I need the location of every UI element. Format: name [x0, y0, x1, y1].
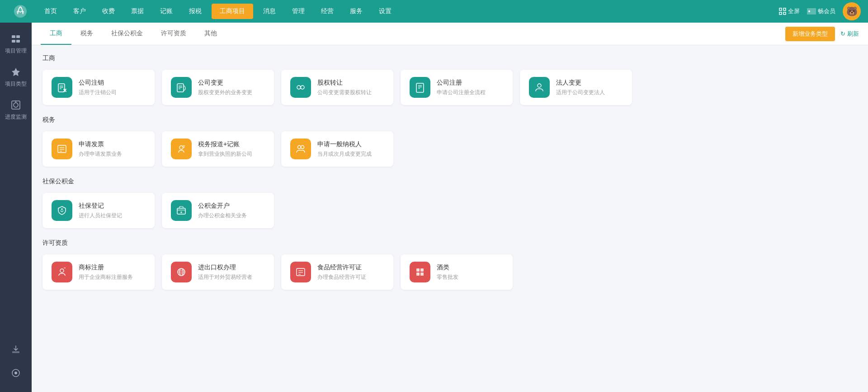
content-area: 工商 税务 社保公积金 许可资质 其他 新增业务类型 ↻ 刷新 工商: [32, 23, 868, 392]
svg-point-48: [180, 211, 182, 213]
card-title-import-export: 进出口权办理: [198, 263, 252, 272]
card-text-provident-fund-open: 公积金开户 办理公积金相关业务: [198, 202, 247, 220]
nav-tax[interactable]: 报税: [181, 0, 210, 23]
card-title-apply-general-taxpayer: 申请一般纳税人: [317, 140, 372, 148]
card-tax-report-accounting[interactable]: 税务报道+记账 拿到营业执照的新公司: [162, 131, 274, 167]
card-title-equity-transfer: 股权转让: [317, 79, 372, 87]
sidebar-item-download[interactable]: [6, 338, 26, 361]
refresh-button[interactable]: ↻ 刷新: [840, 30, 859, 38]
card-desc-apply-invoice: 办理申请发票业务: [79, 150, 122, 158]
card-food-license[interactable]: 食品经营许可证 办理食品经营许可证: [281, 254, 393, 290]
card-company-register[interactable]: 公司注册 申请公司注册全流程: [401, 70, 513, 105]
scroll-content[interactable]: 工商 公司注销 适用于注销公司 公司变更: [32, 45, 868, 392]
download-icon: [9, 343, 22, 356]
nav-right: 全屏 畅会员 🐻: [779, 2, 868, 20]
card-desc-legal-person-change: 适用于公司变更法人: [556, 89, 605, 96]
card-trademark-register[interactable]: 商标注册 用于企业商标注册服务: [42, 254, 155, 290]
svg-point-5: [808, 10, 810, 12]
svg-rect-61: [420, 268, 424, 272]
tab-bar: 工商 税务 社保公积金 许可资质 其他 新增业务类型 ↻ 刷新: [32, 23, 868, 45]
card-social-security-register[interactable]: 社保登记 进行人员社保登记: [42, 193, 155, 228]
nav-home[interactable]: 首页: [36, 0, 65, 23]
card-text-import-export: 进出口权办理 适用于对外贸易经营者: [198, 263, 252, 281]
tab-gongshang[interactable]: 工商: [41, 23, 71, 45]
svg-rect-46: [177, 208, 185, 214]
tab-other[interactable]: 其他: [195, 23, 226, 45]
sidebar-label-progress-monitor: 进度监测: [5, 113, 27, 121]
card-icon-company-register: [410, 77, 430, 98]
card-provident-fund-open[interactable]: 公积金开户 办理公积金相关业务: [162, 193, 274, 228]
card-icon-food-license: [290, 262, 311, 282]
member-button[interactable]: 畅会员: [807, 7, 835, 15]
section-title-gongshang: 工商: [42, 54, 857, 62]
sidebar: 项目管理 项目类型 进度监测: [0, 23, 32, 392]
sidebar-item-location[interactable]: [6, 361, 26, 385]
card-text-food-license: 食品经营许可证 办理食品经营许可证: [317, 263, 366, 281]
member-icon: [807, 8, 816, 14]
card-text-apply-general-taxpayer: 申请一般纳税人 当月或次月成变更完成: [317, 140, 372, 158]
card-icon-legal-person-change: [529, 77, 550, 98]
sidebar-label-project-type: 项目类型: [5, 80, 27, 88]
card-desc-import-export: 适用于对外贸易经营者: [198, 273, 252, 281]
svg-point-16: [14, 372, 17, 374]
nav-customer[interactable]: 客户: [65, 0, 94, 23]
sidebar-label-project-management: 项目管理: [5, 47, 27, 55]
main-layout: 项目管理 项目类型 进度监测: [0, 23, 868, 392]
refresh-label: 刷新: [847, 30, 859, 38]
nav-accounting[interactable]: 记账: [152, 0, 181, 23]
tab-shuiwu[interactable]: 税务: [71, 23, 102, 45]
svg-rect-6: [12, 35, 15, 38]
nav-service[interactable]: 服务: [342, 0, 371, 23]
svg-point-49: [60, 269, 64, 272]
project-management-icon: [9, 33, 22, 45]
card-apply-invoice[interactable]: 申请发票 办理申请发票业务: [42, 131, 155, 167]
sidebar-item-project-management[interactable]: 项目管理: [0, 27, 32, 60]
svg-point-28: [301, 86, 304, 89]
svg-rect-36: [58, 145, 66, 153]
sidebar-item-project-type[interactable]: 项目类型: [0, 60, 32, 93]
card-legal-person-change[interactable]: 法人变更 适用于公司变更法人: [520, 70, 632, 105]
sidebar-item-progress-monitor[interactable]: 进度监测: [0, 93, 32, 126]
card-equity-transfer[interactable]: 股权转让 公司变更需要股权转让: [281, 70, 393, 105]
tab-shebao[interactable]: 社保公积金: [102, 23, 152, 45]
nav-message[interactable]: 消息: [255, 0, 284, 23]
card-text-equity-transfer: 股权转让 公司变更需要股权转让: [317, 79, 372, 96]
card-company-cancel[interactable]: 公司注销 适用于注销公司: [42, 70, 155, 105]
svg-rect-8: [12, 40, 15, 43]
mascot-avatar[interactable]: 🐻: [843, 2, 861, 20]
card-company-change[interactable]: 公司变更 股权变更外的业务变更: [162, 70, 274, 105]
card-text-company-change: 公司变更 股权变更外的业务变更: [198, 79, 252, 96]
svg-point-27: [297, 86, 301, 89]
svg-rect-14: [12, 351, 19, 353]
section-title-shebao: 社保公积金: [42, 177, 857, 186]
card-icon-trademark-register: [52, 262, 72, 282]
tab-xuke[interactable]: 许可资质: [152, 23, 195, 45]
card-import-export[interactable]: 进出口权办理 适用于对外贸易经营者: [162, 254, 274, 290]
card-title-trademark-register: 商标注册: [79, 263, 133, 272]
card-apply-general-taxpayer[interactable]: 申请一般纳税人 当月或次月成变更完成: [281, 131, 393, 167]
svg-point-35: [538, 84, 541, 87]
add-business-type-button[interactable]: 新增业务类型: [785, 27, 835, 41]
card-title-social-security-register: 社保登记: [79, 202, 122, 210]
nav-bizproject[interactable]: 工商项目: [212, 4, 253, 19]
card-desc-provident-fund-open: 办理公积金相关业务: [198, 212, 247, 220]
logo-area: [5, 3, 36, 19]
sidebar-bottom: [6, 338, 26, 392]
svg-rect-7: [16, 35, 20, 38]
card-text-apply-invoice: 申请发票 办理申请发票业务: [79, 140, 122, 158]
nav-manage[interactable]: 管理: [284, 0, 313, 23]
svg-point-43: [298, 146, 301, 149]
nav-fee[interactable]: 收费: [94, 0, 123, 23]
card-desc-company-register: 申请公司注册全流程: [437, 89, 486, 96]
fullscreen-button[interactable]: 全屏: [779, 7, 800, 15]
svg-rect-0: [779, 8, 782, 10]
nav-settings[interactable]: 设置: [371, 0, 400, 23]
card-icon-social-security-register: [52, 200, 72, 221]
card-desc-company-change: 股权变更外的业务变更: [198, 89, 252, 96]
card-text-alcohol: 酒类 零售批发: [437, 263, 458, 281]
member-label: 畅会员: [818, 7, 835, 15]
card-alcohol[interactable]: 酒类 零售批发: [401, 254, 513, 290]
nav-invoice[interactable]: 票据: [123, 0, 152, 23]
nav-operation[interactable]: 经营: [313, 0, 342, 23]
card-desc-company-cancel: 适用于注销公司: [79, 89, 117, 96]
